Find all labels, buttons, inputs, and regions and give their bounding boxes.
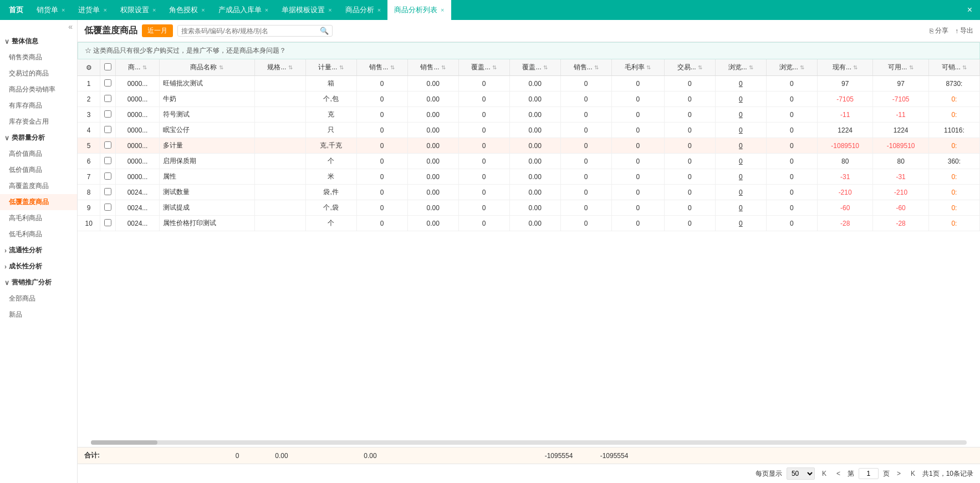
sidebar-item-low-value[interactable]: 低价值商品	[0, 162, 77, 178]
row-view1[interactable]: 0	[715, 76, 766, 91]
row-view1[interactable]: 0	[715, 138, 766, 154]
nav-tab-home[interactable]: 首页	[2, 0, 30, 20]
close-template-tab[interactable]: ×	[328, 7, 331, 13]
col-spec[interactable]: 规格... ⇅	[254, 59, 305, 76]
sidebar-item-inventory-funds[interactable]: 库存资金占用	[0, 114, 77, 130]
row-checkbox[interactable]	[100, 200, 116, 216]
col-view1[interactable]: 浏览... ⇅	[715, 59, 766, 76]
col-code[interactable]: 商... ⇅	[116, 59, 159, 76]
col-sale3[interactable]: 销售... ⇅	[560, 59, 611, 76]
nav-tab-template[interactable]: 单据模板设置 ×	[275, 0, 338, 20]
close-roles-tab[interactable]: ×	[201, 7, 205, 13]
row-checkbox[interactable]	[100, 138, 116, 154]
select-all-checkbox[interactable]	[104, 63, 111, 70]
row-gross: 0	[611, 76, 664, 91]
row-checkbox[interactable]	[100, 76, 116, 91]
sidebar-item-new-goods[interactable]: 新品	[0, 307, 77, 323]
sidebar-item-sales-goods[interactable]: 销售类商品	[0, 49, 77, 65]
scrollbar-thumb[interactable]	[91, 440, 157, 445]
row-view1[interactable]: 0	[715, 154, 766, 169]
row-view1[interactable]: 0	[715, 123, 766, 138]
row-stock3: 11016:	[928, 123, 979, 138]
row-checkbox[interactable]	[100, 169, 116, 185]
nav-tab-permissions[interactable]: 权限设置 ×	[114, 0, 162, 20]
row-view1[interactable]: 0	[715, 216, 766, 231]
col-view2[interactable]: 浏览... ⇅	[766, 59, 817, 76]
sidebar-item-traded-goods[interactable]: 交易过的商品	[0, 65, 77, 82]
search-icon[interactable]: 🔍	[320, 27, 329, 35]
sidebar-section-cluster[interactable]: ∨ 类群量分析	[0, 130, 77, 146]
sidebar-section-flow[interactable]: › 流通性分析	[0, 242, 77, 258]
row-stock2: 80	[873, 154, 928, 169]
sidebar-item-high-profit[interactable]: 高毛利商品	[0, 210, 77, 226]
row-checkbox[interactable]	[100, 123, 116, 138]
row-code: 0024...	[116, 200, 159, 216]
close-analysis-list-tab[interactable]: ×	[441, 7, 444, 13]
row-view1[interactable]: 0	[715, 169, 766, 185]
close-production-tab[interactable]: ×	[265, 7, 268, 13]
col-unit[interactable]: 计量... ⇅	[305, 59, 356, 76]
sidebar-item-high-value[interactable]: 高价值商品	[0, 146, 77, 162]
row-cover1: 0	[458, 123, 509, 138]
close-all-tabs[interactable]: ×	[962, 5, 978, 15]
row-view1[interactable]: 0	[715, 185, 766, 200]
filter-month-button[interactable]: 近一月	[142, 24, 173, 37]
per-page-select[interactable]: 50 20 100	[787, 467, 815, 480]
row-checkbox[interactable]	[100, 185, 116, 200]
row-view2: 0	[766, 216, 817, 231]
export-action[interactable]: ↑ 导出	[955, 26, 973, 35]
close-permissions-tab[interactable]: ×	[152, 7, 156, 13]
col-sale-qty[interactable]: 销售... ⇅	[356, 59, 407, 76]
close-purchase-tab[interactable]: ×	[103, 7, 106, 13]
col-stock1[interactable]: 现有... ⇅	[817, 59, 872, 76]
sidebar-section-overall[interactable]: ∨ 整体信息	[0, 33, 77, 49]
next-page-btn[interactable]: >	[894, 469, 904, 479]
sidebar-collapse-btn[interactable]: «	[0, 20, 77, 33]
first-page-btn[interactable]: K	[819, 469, 829, 479]
row-view1[interactable]: 0	[715, 200, 766, 216]
data-table-wrapper[interactable]: ⚙ 商... ⇅ 商品名称 ⇅ 规格... ⇅ 计量... ⇅ 销售... ⇅ …	[78, 59, 980, 438]
row-checkbox[interactable]	[100, 154, 116, 169]
row-checkbox[interactable]	[100, 91, 116, 107]
nav-tab-sales[interactable]: 销货单 ×	[30, 0, 72, 20]
close-analysis-tab[interactable]: ×	[377, 7, 381, 13]
share-action[interactable]: ⎘ 分享	[930, 26, 948, 35]
sidebar-item-stocked-goods[interactable]: 有库存商品	[0, 98, 77, 114]
nav-tab-purchase[interactable]: 进货单 ×	[72, 0, 113, 20]
row-checkbox[interactable]	[100, 107, 116, 123]
sidebar-section-marketing[interactable]: ∨ 营销推广分析	[0, 274, 77, 291]
row-cover2: 0.00	[509, 123, 560, 138]
row-checkbox[interactable]	[100, 216, 116, 231]
close-sales-tab[interactable]: ×	[62, 7, 65, 13]
col-cover2[interactable]: 覆盖... ⇅	[509, 59, 560, 76]
row-cover1: 0	[458, 216, 509, 231]
col-gross[interactable]: 毛利率 ⇅	[611, 59, 664, 76]
nav-tab-analysis-list[interactable]: 商品分析列表 ×	[387, 0, 451, 20]
sidebar-item-high-coverage[interactable]: 高覆盖度商品	[0, 178, 77, 194]
row-code: 0024...	[116, 216, 159, 231]
total-stock1: -1095554	[531, 452, 586, 460]
nav-tab-analysis[interactable]: 商品分析 ×	[339, 0, 387, 20]
col-stock3[interactable]: 可销... ⇅	[928, 59, 979, 76]
sidebar-item-low-profit[interactable]: 低毛利商品	[0, 226, 77, 242]
page-input[interactable]	[859, 468, 879, 479]
row-view1[interactable]: 0	[715, 91, 766, 107]
col-trade[interactable]: 交易... ⇅	[664, 59, 715, 76]
nav-tab-roles[interactable]: 角色授权 ×	[162, 0, 211, 20]
sidebar-item-category-rate[interactable]: 商品分类动销率	[0, 82, 77, 98]
col-name[interactable]: 商品名称 ⇅	[159, 59, 254, 76]
sidebar-item-low-coverage[interactable]: 低覆盖度商品	[0, 194, 77, 210]
col-settings[interactable]: ⚙	[78, 59, 100, 76]
sidebar-section-growth[interactable]: › 成长性分析	[0, 258, 77, 274]
search-input[interactable]	[181, 27, 320, 35]
nav-tab-production[interactable]: 产成品入库单 ×	[212, 0, 275, 20]
col-sale-amt[interactable]: 销售... ⇅	[407, 59, 458, 76]
col-cover1[interactable]: 覆盖... ⇅	[458, 59, 509, 76]
row-view1[interactable]: 0	[715, 107, 766, 123]
col-stock2[interactable]: 可用... ⇅	[873, 59, 928, 76]
row-view2: 0	[766, 76, 817, 91]
sidebar-item-all-goods[interactable]: 全部商品	[0, 291, 77, 307]
last-page-btn[interactable]: K	[908, 469, 918, 479]
horizontal-scrollbar[interactable]	[91, 440, 967, 445]
prev-page-btn[interactable]: <	[834, 469, 843, 479]
